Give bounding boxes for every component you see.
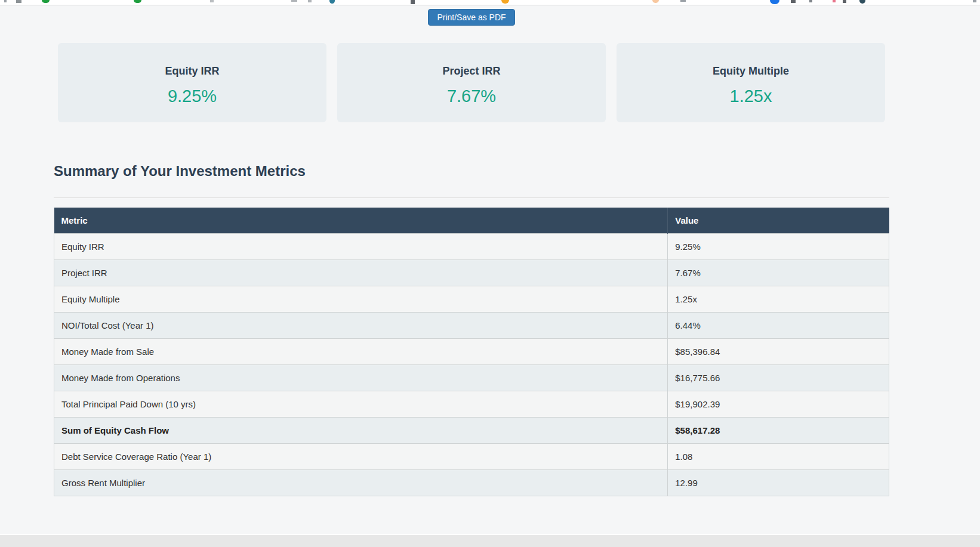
value-cell: 1.08: [668, 444, 889, 470]
table-row: Gross Rent Multiplier 12.99: [54, 470, 889, 496]
bookmark-favicon-icon[interactable]: [973, 0, 976, 2]
table-row-total: Sum of Equity Cash Flow $58,617.28: [54, 418, 889, 444]
value-cell: 12.99: [668, 470, 889, 496]
card-value: 9.25%: [58, 86, 326, 106]
metric-card-equity-multiple: Equity Multiple 1.25x: [617, 43, 885, 122]
metric-cell: Equity Multiple: [54, 286, 668, 313]
bookmark-favicon-icon[interactable]: [680, 0, 686, 2]
investment-metrics-table: Metric Value Equity IRR 9.25% Project IR…: [54, 208, 889, 496]
content-container: Print/Save as PDF Equity IRR 9.25% Proje…: [54, 9, 889, 496]
bookmark-favicon-icon[interactable]: [843, 0, 846, 3]
print-save-pdf-button[interactable]: Print/Save as PDF: [428, 9, 514, 26]
value-cell: $16,775.66: [668, 365, 889, 391]
card-title: Project IRR: [337, 43, 606, 78]
metric-cell: Project IRR: [54, 260, 668, 286]
bookmark-favicon-icon[interactable]: [501, 0, 509, 4]
bookmark-favicon-icon[interactable]: [809, 0, 812, 2]
card-value: 7.67%: [337, 86, 606, 106]
table-row: Equity Multiple 1.25x: [54, 286, 889, 313]
table-row: Money Made from Sale $85,396.84: [54, 339, 889, 365]
table-row: Project IRR 7.67%: [54, 260, 889, 286]
bookmark-favicon-icon[interactable]: [791, 0, 796, 3]
table-header-row: Metric Value: [54, 208, 889, 234]
divider: [54, 197, 889, 198]
table-row: Equity IRR 9.25%: [54, 234, 889, 260]
value-cell: 1.25x: [668, 286, 889, 313]
table-row: NOI/Total Cost (Year 1) 6.44%: [54, 313, 889, 339]
metric-cards-row: Equity IRR 9.25% Project IRR 7.67% Equit…: [54, 43, 889, 122]
value-column-header: Value: [668, 208, 889, 234]
bookmark-favicon-icon[interactable]: [134, 0, 141, 3]
metric-cell: NOI/Total Cost (Year 1): [54, 313, 668, 339]
card-title: Equity IRR: [58, 43, 326, 78]
table-row: Total Principal Paid Down (10 yrs) $19,9…: [54, 391, 889, 418]
table-row: Money Made from Operations $16,775.66: [54, 365, 889, 391]
bookmark-favicon-icon[interactable]: [329, 0, 335, 4]
bookmark-favicon-icon[interactable]: [16, 0, 21, 3]
metric-cell: Gross Rent Multiplier: [54, 470, 668, 496]
metric-cell: Money Made from Operations: [54, 365, 668, 391]
metric-cell: Money Made from Sale: [54, 339, 668, 365]
value-cell: $58,617.28: [668, 418, 889, 444]
bookmark-favicon-icon[interactable]: [4, 0, 7, 2]
bookmark-favicon-icon[interactable]: [210, 0, 214, 2]
bookmark-favicon-icon[interactable]: [652, 0, 659, 3]
card-value: 1.25x: [617, 86, 885, 106]
bookmark-favicon-icon[interactable]: [833, 0, 836, 2]
bookmark-favicon-icon[interactable]: [308, 0, 312, 2]
bookmark-favicon-icon[interactable]: [859, 0, 865, 4]
value-cell: 7.67%: [668, 260, 889, 286]
value-cell: $19,902.39: [668, 391, 889, 418]
metric-cell: Total Principal Paid Down (10 yrs): [54, 391, 668, 418]
bookmark-favicon-icon[interactable]: [42, 0, 50, 3]
metric-card-equity-irr: Equity IRR 9.25%: [58, 43, 326, 122]
page: Print/Save as PDF Equity IRR 9.25% Proje…: [0, 5, 980, 535]
metric-cell: Equity IRR: [54, 234, 668, 260]
metric-cell: Sum of Equity Cash Flow: [54, 418, 668, 444]
bookmark-favicon-icon[interactable]: [411, 0, 415, 4]
card-title: Equity Multiple: [617, 43, 885, 78]
bookmark-favicon-icon[interactable]: [291, 0, 297, 2]
value-cell: 6.44%: [668, 313, 889, 339]
table-row: Debt Service Coverage Ratio (Year 1) 1.0…: [54, 444, 889, 470]
metric-cell: Debt Service Coverage Ratio (Year 1): [54, 444, 668, 470]
bookmarks-bar: [0, 0, 980, 5]
metric-column-header: Metric: [54, 208, 668, 234]
page-title: Summary of Your Investment Metrics: [54, 163, 889, 180]
metric-card-project-irr: Project IRR 7.67%: [337, 43, 606, 122]
value-cell: $85,396.84: [668, 339, 889, 365]
bookmark-favicon-icon[interactable]: [770, 0, 779, 4]
value-cell: 9.25%: [668, 234, 889, 260]
